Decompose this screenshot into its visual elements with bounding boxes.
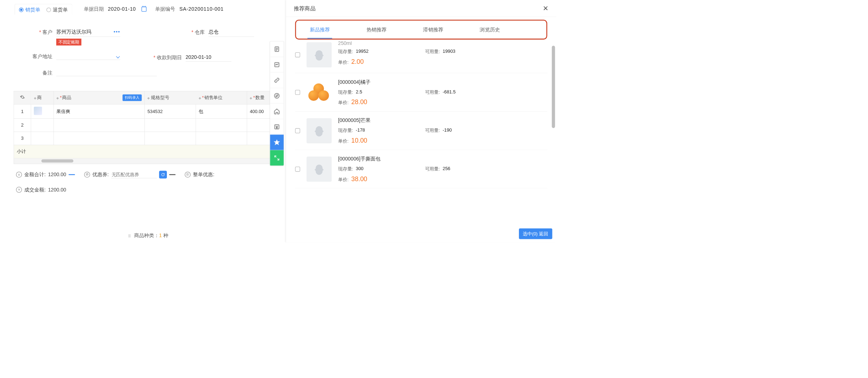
- gear-icon[interactable]: [20, 94, 25, 99]
- deal-amount: 1200.00: [48, 187, 66, 193]
- amount-total: 1200.00: [48, 172, 66, 178]
- chevron-down-icon[interactable]: [116, 55, 120, 58]
- tab-sales-order[interactable]: 销货单: [19, 6, 40, 13]
- product-image-placeholder: [307, 157, 332, 182]
- recommend-item[interactable]: [0000004]橘子现存量:2.5可用量:-681.5单价:28.00: [295, 73, 547, 112]
- close-icon[interactable]: ✕: [543, 4, 548, 12]
- calendar-icon[interactable]: [141, 7, 146, 12]
- table-row[interactable]: 2: [14, 118, 281, 132]
- toolbar-star-icon[interactable]: [270, 135, 284, 150]
- recommend-item[interactable]: 250ml现存量:19952可用量:19903单价:2.00: [295, 41, 547, 73]
- due-date-label: 收款到期日: [152, 54, 182, 61]
- recommend-item[interactable]: [0000006]手撕面包现存量:300可用量:256单价:38.00: [295, 150, 547, 188]
- recommend-item[interactable]: [0000005]芒果现存量:-178可用量:-190单价:10.00: [295, 112, 547, 150]
- product-image: [307, 80, 332, 105]
- address-input[interactable]: [56, 53, 120, 60]
- refresh-coupon-button[interactable]: [159, 171, 167, 179]
- product-image-placeholder: [307, 118, 332, 143]
- recommend-tab[interactable]: 滞销推荐: [421, 21, 445, 39]
- recommend-tab[interactable]: 热销推荐: [364, 21, 389, 39]
- toolbar-link-icon[interactable]: [270, 72, 284, 88]
- side-toolbar: [270, 41, 284, 166]
- doc-no-label: 单据编号: [155, 6, 175, 12]
- discount-icon: 折: [185, 172, 191, 178]
- item-checkbox[interactable]: [295, 90, 300, 95]
- customer-input[interactable]: 苏州万达沃尔玛•••: [56, 27, 120, 37]
- toolbar-home-icon[interactable]: [270, 103, 284, 119]
- coupon-input[interactable]: [111, 171, 157, 178]
- recommend-tab[interactable]: 浏览历史: [478, 21, 502, 39]
- product-image-placeholder: [307, 42, 332, 68]
- toolbar-yen-icon[interactable]: [270, 119, 284, 135]
- warehouse-input[interactable]: 总仓: [209, 27, 254, 37]
- item-checkbox[interactable]: [295, 167, 300, 172]
- remark-input[interactable]: [56, 70, 157, 76]
- product-name: [0000006]手撕面包: [338, 155, 547, 162]
- remark-label: 备注: [23, 70, 52, 76]
- customer-tag: 不固定账期: [56, 39, 82, 45]
- toolbar-doc-icon[interactable]: [270, 41, 284, 57]
- selected-return-button[interactable]: 选中(0)返回: [519, 228, 552, 239]
- svg-point-5: [275, 93, 279, 98]
- coupon-icon: 券: [84, 172, 90, 178]
- toolbar-expand-icon[interactable]: [270, 150, 284, 166]
- item-checkbox[interactable]: [295, 52, 300, 57]
- product-name: [0000005]芒果: [338, 117, 547, 124]
- line-items-table: ◆商 ◆*商品扫码录入 ◆规格型号 ◆*销售单位 ◆*数量 1果倍爽534532…: [14, 91, 281, 158]
- doc-date-value[interactable]: 2020-01-10: [108, 6, 136, 12]
- product-kind-count: ☰ 商品种类：1 种: [9, 232, 286, 239]
- address-label: 客户地址: [23, 53, 52, 60]
- item-checkbox[interactable]: [295, 128, 300, 133]
- customer-label: 客户: [23, 29, 52, 35]
- deal-icon: ￥: [16, 187, 22, 193]
- svg-marker-7: [275, 140, 279, 144]
- recommend-tab[interactable]: 新品推荐: [307, 21, 332, 39]
- toolbar-swap-icon[interactable]: [270, 88, 284, 104]
- table-row[interactable]: 3: [14, 132, 281, 145]
- toolbar-chart-icon[interactable]: [270, 57, 284, 73]
- doc-date-label: 单据日期: [84, 6, 104, 12]
- vertical-scrollbar[interactable]: [552, 46, 555, 128]
- subtotal-row: 小计: [14, 145, 281, 158]
- tab-return-order[interactable]: 退货单: [46, 6, 68, 13]
- customer-lookup-icon[interactable]: •••: [114, 29, 121, 35]
- yen-icon: ¥: [16, 172, 22, 178]
- product-name: 250ml: [338, 41, 547, 46]
- table-row[interactable]: 1果倍爽534532包400.00: [14, 104, 281, 119]
- product-name: [0000004]橘子: [338, 79, 547, 86]
- doc-no-value: SA-20200110-001: [179, 6, 224, 12]
- right-panel-title: 推荐商品: [294, 5, 316, 12]
- scan-input-button[interactable]: 扫码录入: [123, 94, 142, 101]
- horizontal-scrollbar[interactable]: [14, 158, 281, 164]
- due-date-input[interactable]: 2020-01-10: [185, 53, 231, 62]
- warehouse-label: 仓库: [175, 29, 205, 35]
